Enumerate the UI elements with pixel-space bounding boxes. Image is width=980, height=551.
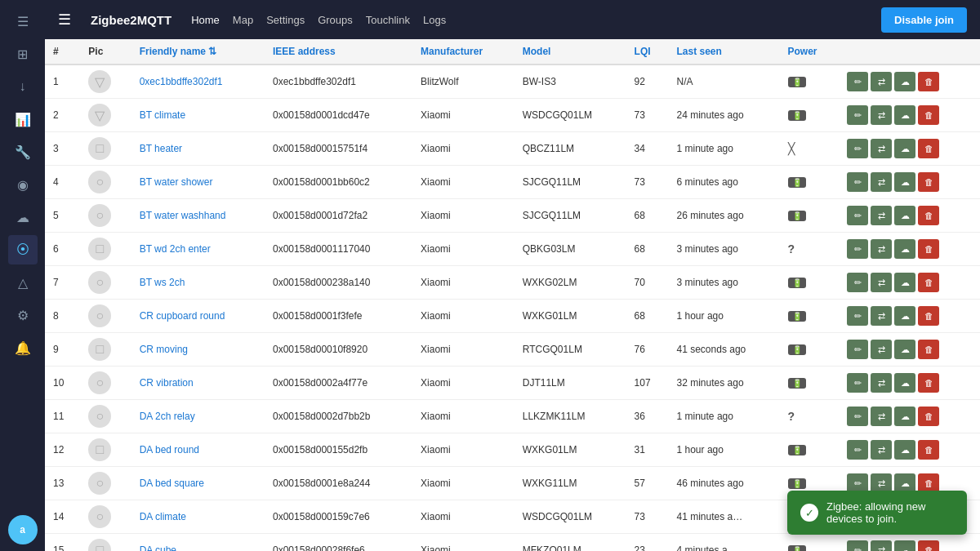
edit-button[interactable]: ✏ — [847, 306, 868, 326]
download-icon[interactable]: ↓ — [8, 72, 38, 101]
cell-friendly-name[interactable]: 0xec1bbdffe302df1 — [131, 64, 265, 99]
cloud-button[interactable]: ☁ — [894, 440, 915, 460]
share-button[interactable]: ⇄ — [871, 239, 892, 259]
nav-logs[interactable]: Logs — [423, 14, 446, 26]
cell-friendly-name[interactable]: BT wd 2ch enter — [131, 233, 265, 266]
share-button[interactable]: ⇄ — [871, 306, 892, 326]
cell-friendly-name[interactable]: CR vibration — [131, 367, 265, 400]
col-lqi[interactable]: LQI — [626, 39, 669, 64]
cloud-button[interactable]: ☁ — [894, 239, 915, 259]
nav-settings[interactable]: Settings — [266, 14, 305, 26]
cloud-button[interactable]: ☁ — [894, 206, 915, 225]
share-button[interactable]: ⇄ — [871, 340, 892, 359]
dashboard-icon[interactable]: ⊞ — [8, 39, 38, 69]
cell-friendly-name[interactable]: DA 2ch relay — [131, 400, 265, 433]
cloud-button[interactable]: ☁ — [894, 306, 915, 326]
cloud-button[interactable]: ☁ — [894, 373, 915, 393]
arrow-icon[interactable]: △ — [8, 268, 38, 297]
device-link[interactable]: DA bed square — [140, 478, 204, 489]
edit-button[interactable]: ✏ — [847, 206, 868, 225]
menu-toggle[interactable]: ☰ — [58, 11, 71, 29]
delete-button[interactable]: 🗑 — [918, 105, 939, 125]
cell-friendly-name[interactable]: CR moving — [131, 333, 265, 367]
cloud-button[interactable]: ☁ — [894, 139, 915, 158]
delete-button[interactable]: 🗑 — [918, 407, 939, 426]
cloud-button[interactable]: ☁ — [894, 172, 915, 192]
cell-friendly-name[interactable]: BT ws 2ch — [131, 266, 265, 300]
cell-friendly-name[interactable]: DA bed square — [131, 467, 265, 500]
cloud-button[interactable]: ☁ — [894, 407, 915, 426]
edit-button[interactable]: ✏ — [847, 105, 868, 125]
col-last-seen[interactable]: Last seen — [669, 39, 780, 64]
chart-icon[interactable]: 📊 — [8, 104, 38, 134]
cell-friendly-name[interactable]: BT water shower — [131, 166, 265, 199]
device-icon[interactable]: ⦿ — [8, 235, 38, 264]
edit-button[interactable]: ✏ — [847, 72, 868, 91]
circle-icon[interactable]: ◉ — [8, 170, 38, 199]
nav-home[interactable]: Home — [191, 14, 220, 26]
device-link[interactable]: CR vibration — [140, 377, 194, 389]
delete-button[interactable]: 🗑 — [918, 340, 939, 359]
col-friendly-name[interactable]: Friendly name ⇅ — [131, 39, 265, 64]
share-button[interactable]: ⇄ — [871, 105, 892, 125]
cell-friendly-name[interactable]: DA cube — [131, 534, 265, 552]
cloud-icon[interactable]: ☁ — [8, 202, 38, 232]
device-link[interactable]: 0xec1bbdffe302df1 — [140, 76, 223, 87]
disable-join-button[interactable]: Disable join — [881, 7, 967, 33]
cell-friendly-name[interactable]: BT heater — [131, 132, 265, 166]
cell-friendly-name[interactable]: DA climate — [131, 500, 265, 534]
share-button[interactable]: ⇄ — [871, 206, 892, 225]
cloud-button[interactable]: ☁ — [894, 273, 915, 292]
device-link[interactable]: BT water washhand — [140, 210, 226, 221]
cell-friendly-name[interactable]: BT climate — [131, 99, 265, 132]
col-model[interactable]: Model — [514, 39, 626, 64]
nav-map[interactable]: Map — [233, 14, 253, 26]
delete-button[interactable]: 🗑 — [918, 172, 939, 192]
edit-button[interactable]: ✏ — [847, 440, 868, 460]
share-button[interactable]: ⇄ — [871, 72, 892, 91]
edit-button[interactable]: ✏ — [847, 407, 868, 426]
delete-button[interactable]: 🗑 — [918, 540, 939, 551]
edit-button[interactable]: ✏ — [847, 273, 868, 292]
cell-friendly-name[interactable]: CR cupboard round — [131, 300, 265, 333]
col-manufacturer[interactable]: Manufacturer — [412, 39, 514, 64]
device-link[interactable]: BT water shower — [140, 176, 213, 188]
hamburger-icon[interactable]: ☰ — [8, 7, 38, 36]
edit-button[interactable]: ✏ — [847, 239, 868, 259]
edit-button[interactable]: ✏ — [847, 373, 868, 393]
device-link[interactable]: DA bed round — [140, 444, 199, 455]
delete-button[interactable]: 🗑 — [918, 239, 939, 259]
delete-button[interactable]: 🗑 — [918, 373, 939, 393]
cloud-button[interactable]: ☁ — [894, 540, 915, 551]
edit-button[interactable]: ✏ — [847, 139, 868, 158]
share-button[interactable]: ⇄ — [871, 440, 892, 460]
cloud-button[interactable]: ☁ — [894, 72, 915, 91]
bell-icon[interactable]: 🔔 — [8, 333, 38, 362]
edit-button[interactable]: ✏ — [847, 340, 868, 359]
device-link[interactable]: BT ws 2ch — [140, 277, 185, 288]
share-button[interactable]: ⇄ — [871, 139, 892, 158]
nav-touchlink[interactable]: Touchlink — [366, 14, 410, 26]
cloud-button[interactable]: ☁ — [894, 105, 915, 125]
device-link[interactable]: CR moving — [140, 344, 188, 355]
user-avatar[interactable]: a — [8, 515, 38, 544]
cell-friendly-name[interactable]: DA bed round — [131, 433, 265, 467]
share-button[interactable]: ⇄ — [871, 273, 892, 292]
share-button[interactable]: ⇄ — [871, 373, 892, 393]
cloud-button[interactable]: ☁ — [894, 340, 915, 359]
tools-icon[interactable]: 🔧 — [8, 137, 38, 167]
device-link[interactable]: CR cupboard round — [140, 310, 225, 322]
device-link[interactable]: BT heater — [140, 143, 182, 154]
delete-button[interactable]: 🗑 — [918, 273, 939, 292]
share-button[interactable]: ⇄ — [871, 540, 892, 551]
device-link[interactable]: BT climate — [140, 109, 185, 121]
share-button[interactable]: ⇄ — [871, 407, 892, 426]
cell-friendly-name[interactable]: BT water washhand — [131, 199, 265, 233]
delete-button[interactable]: 🗑 — [918, 306, 939, 326]
edit-button[interactable]: ✏ — [847, 172, 868, 192]
settings-icon[interactable]: ⚙ — [8, 300, 38, 330]
device-link[interactable]: DA climate — [140, 511, 186, 522]
edit-button[interactable]: ✏ — [847, 540, 868, 551]
share-button[interactable]: ⇄ — [871, 172, 892, 192]
device-link[interactable]: DA 2ch relay — [140, 411, 195, 422]
